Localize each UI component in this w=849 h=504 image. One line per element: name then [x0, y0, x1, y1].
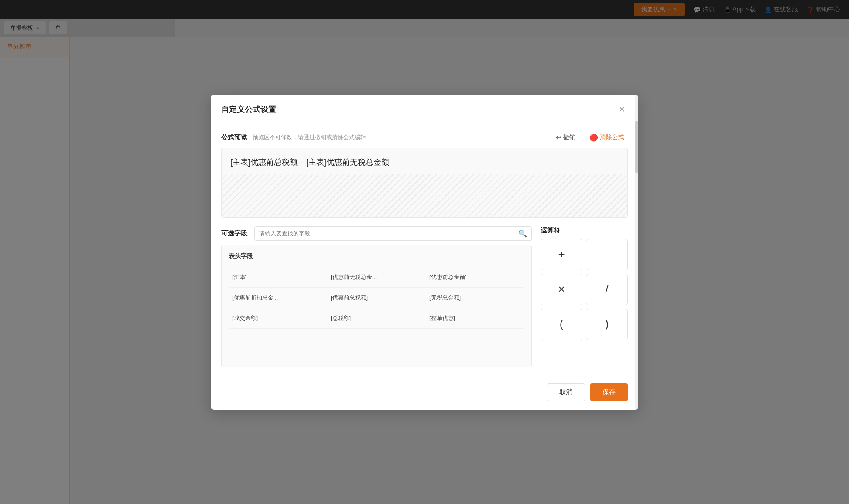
modal-close-button[interactable]: ✕ [616, 103, 628, 116]
search-icon: 🔍 [518, 229, 527, 238]
field-item-exchange-rate[interactable]: [汇率] [229, 267, 327, 288]
clear-icon: 🔴 [589, 133, 598, 142]
modal-scrollbar-thumb[interactable] [635, 121, 638, 173]
undo-button[interactable]: ↩ 撤销 [552, 132, 579, 143]
operator-plus[interactable]: + [541, 239, 582, 270]
modal-overlay: 自定义公式设置 ✕ 公式预览 预览区不可修改，请通过撤销或清除公式编辑 ↩ [0, 0, 849, 504]
operators-grid: + – × / ( [541, 239, 628, 340]
clear-formula-button[interactable]: 🔴 清除公式 [586, 132, 628, 143]
fields-list-container[interactable]: 表头字段 [汇率] [优惠前无税总金... [优惠前总金额] [221, 245, 532, 367]
cancel-button[interactable]: 取消 [547, 383, 585, 401]
field-item-pretax-total-amount[interactable]: [优惠前总金额] [426, 267, 524, 288]
fields-grid: [汇率] [优惠前无税总金... [优惠前总金额] [优惠前折扣总金... [229, 267, 524, 329]
modal-footer: 取消 保存 [211, 376, 638, 410]
field-item-total-tax[interactable]: [总税额] [327, 308, 426, 329]
fields-panel: 可选字段 🔍 表头字段 [汇率] [221, 226, 532, 367]
formula-expression: [主表]优惠前总税额 – [主表]优惠前无税总金额 [230, 157, 619, 167]
operators-panel: 运算符 + – × / [541, 226, 628, 340]
undo-icon: ↩ [556, 133, 561, 142]
bottom-section: 可选字段 🔍 表头字段 [汇率] [221, 226, 628, 367]
field-item-order-discount[interactable]: [整单优惠] [426, 308, 524, 329]
formula-actions: ↩ 撤销 🔴 清除公式 [552, 132, 628, 143]
background-page: 我要优惠一下 💬 消息 📱 App下载 👤 在线客服 ❓ 帮助中心 单据模板 ✕… [0, 0, 849, 504]
operators-title: 运算符 [541, 226, 628, 235]
formula-preview-section: 公式预览 预览区不可修改，请通过撤销或清除公式编辑 ↩ 撤销 🔴 清除公式 [221, 132, 628, 218]
operator-open-paren[interactable]: ( [541, 309, 582, 340]
formula-preview-hint: 预览区不可修改，请通过撤销或清除公式编辑 [253, 133, 366, 141]
fields-group-title: 表头字段 [229, 252, 524, 260]
field-item-pretax-notax-total[interactable]: [优惠前无税总金... [327, 267, 426, 288]
modal-header: 自定义公式设置 ✕ [211, 95, 638, 123]
save-button[interactable]: 保存 [590, 383, 628, 401]
field-item-transaction-amount[interactable]: [成交金额] [229, 308, 327, 329]
modal-title: 自定义公式设置 [221, 104, 276, 115]
formula-display-area: [主表]优惠前总税额 – [主表]优惠前无税总金额 [221, 148, 628, 218]
fields-header: 可选字段 🔍 [221, 226, 532, 241]
field-item-pretax-discount-total[interactable]: [优惠前折扣总金... [229, 288, 327, 308]
fields-title: 可选字段 [221, 229, 247, 238]
modal-body: 公式预览 预览区不可修改，请通过撤销或清除公式编辑 ↩ 撤销 🔴 清除公式 [211, 123, 638, 376]
field-item-notax-total[interactable]: [无税总金额] [426, 288, 524, 308]
operator-multiply[interactable]: × [541, 274, 582, 305]
operator-divide[interactable]: / [586, 274, 628, 305]
formula-section-header: 公式预览 预览区不可修改，请通过撤销或清除公式编辑 ↩ 撤销 🔴 清除公式 [221, 132, 628, 143]
field-search-input[interactable] [259, 230, 515, 237]
modal-scrollbar [635, 95, 638, 410]
formula-preview-title: 公式预览 [221, 133, 247, 142]
field-search-box[interactable]: 🔍 [254, 226, 532, 241]
operator-minus[interactable]: – [586, 239, 628, 270]
formula-settings-modal: 自定义公式设置 ✕ 公式预览 预览区不可修改，请通过撤销或清除公式编辑 ↩ [211, 95, 638, 410]
formula-section-label: 公式预览 预览区不可修改，请通过撤销或清除公式编辑 [221, 133, 366, 142]
field-item-pretax-total-tax[interactable]: [优惠前总税额] [327, 288, 426, 308]
operator-close-paren[interactable]: ) [586, 309, 628, 340]
